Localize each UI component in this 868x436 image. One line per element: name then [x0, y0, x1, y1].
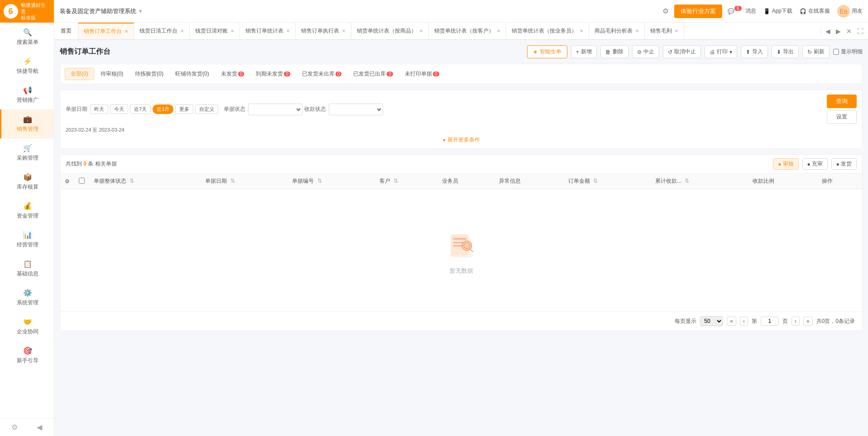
- tab-sales-by-salesperson[interactable]: 销货单统计表（按业务员） ✕: [506, 23, 589, 40]
- import-btn[interactable]: ⬆ 导入: [741, 45, 768, 58]
- subtab-overdue-unshipped[interactable]: 到期未发货0: [250, 68, 296, 80]
- payment-filter-select[interactable]: [329, 104, 383, 115]
- show-detail-label[interactable]: 显示明细: [833, 48, 863, 56]
- col-salesperson[interactable]: 业务员: [437, 174, 494, 189]
- col-cumulative-payment[interactable]: 累计收款... ⇅: [651, 174, 748, 189]
- tab-sales-stats[interactable]: 销售订单统计表 ✕: [240, 23, 296, 40]
- smart-create-btn[interactable]: ★ 智能生单: [527, 45, 567, 58]
- tab-sales-by-customer[interactable]: 销货单统计表（按客户） ✕: [429, 23, 506, 40]
- col-order-date[interactable]: 单据日期 ⇅: [201, 174, 288, 189]
- tab-close-icon[interactable]: ✕: [342, 28, 345, 33]
- sidebar-collapse-btn[interactable]: ◀: [29, 423, 51, 431]
- date-1month-btn[interactable]: 近1月: [153, 104, 173, 114]
- date-custom-btn[interactable]: 自定义: [195, 104, 218, 114]
- sidebar-item-system[interactable]: ⚙️ 系统管理: [0, 283, 54, 312]
- sidebar-item-operations[interactable]: 📊 经营管理: [0, 225, 54, 254]
- date-7days-btn[interactable]: 近7天: [130, 104, 151, 114]
- sidebar-item-guide[interactable]: 🎯 新手引导: [0, 341, 54, 370]
- tab-close-icon[interactable]: ✕: [125, 29, 128, 34]
- sidebar-settings-btn[interactable]: ⚙: [4, 423, 25, 431]
- page-size-select[interactable]: 50 10 20 100: [700, 316, 723, 326]
- tab-cash-daily[interactable]: 钱货日清工作台 ✕: [134, 23, 190, 40]
- page-number-input[interactable]: [761, 317, 779, 326]
- show-detail-checkbox[interactable]: [833, 49, 839, 55]
- first-page-btn[interactable]: «: [727, 317, 736, 326]
- expand-more-btn[interactable]: ▾ 展开更多条件: [66, 136, 857, 144]
- tab-close-icon[interactable]: ✕: [580, 28, 583, 33]
- col-customer[interactable]: 客户 ⇅: [375, 174, 437, 189]
- tab-sales-by-product[interactable]: 销货单统计表（按商品） ✕: [351, 23, 429, 40]
- system-dropdown-icon[interactable]: ▾: [139, 8, 142, 14]
- col-exception-info[interactable]: 异常信息: [494, 174, 564, 189]
- export-btn[interactable]: ⬇ 导出: [772, 45, 799, 58]
- topbar-settings-icon[interactable]: ⚙: [662, 7, 669, 15]
- page-label-end: 页: [782, 318, 788, 325]
- query-btn[interactable]: 查询: [827, 95, 857, 108]
- app-download-btn[interactable]: 📱 App下载: [763, 7, 792, 15]
- tab-close-icon[interactable]: ✕: [497, 28, 500, 33]
- payment-filter-label: 收款状态: [304, 105, 326, 113]
- last-page-btn[interactable]: »: [803, 317, 813, 326]
- tab-close-icon[interactable]: ✕: [675, 28, 678, 33]
- cancel-stop-btn[interactable]: ↺ 取消中止: [663, 45, 701, 58]
- select-all-checkbox[interactable]: [79, 178, 85, 184]
- tab-sales-gross[interactable]: 销售毛利 ✕: [645, 23, 684, 40]
- tab-close-icon[interactable]: ✕: [635, 28, 639, 33]
- sidebar-item-search[interactable]: 🔍 搜索菜单: [0, 23, 54, 52]
- tab-close-icon[interactable]: ✕: [286, 28, 290, 33]
- tab-prev-btn[interactable]: ◀: [824, 27, 832, 36]
- sidebar-item-finance[interactable]: 💰 资金管理: [0, 196, 54, 225]
- col-order-no[interactable]: 单据编号 ⇅: [288, 174, 374, 189]
- audit-btn[interactable]: ● 审核: [773, 158, 798, 170]
- sidebar-item-corp[interactable]: 🤝 企业协同: [0, 312, 54, 341]
- date-more-btn[interactable]: 更多: [175, 104, 193, 114]
- status-filter-select[interactable]: [248, 104, 302, 115]
- next-page-btn[interactable]: ›: [791, 317, 800, 326]
- ship-btn[interactable]: ● 发货: [831, 158, 857, 170]
- delete-btn[interactable]: 🗑 删除: [600, 45, 628, 58]
- subtab-shipped-not-out[interactable]: 已发货未出库0: [297, 68, 347, 80]
- new-btn[interactable]: + 新增: [571, 45, 597, 58]
- print-btn[interactable]: 🖨 打印 ▾: [705, 45, 737, 58]
- trial-btn[interactable]: 体验行业方案: [674, 5, 722, 18]
- subtab-all[interactable]: 全部(0): [65, 68, 94, 80]
- filter-settings-btn[interactable]: 设置: [827, 110, 857, 124]
- unaudit-btn[interactable]: ● 充审: [802, 158, 828, 170]
- col-check[interactable]: [74, 174, 89, 189]
- tab-sales-exec[interactable]: 销售订单执行表 ✕: [296, 23, 351, 40]
- date-yesterday-btn[interactable]: 昨天: [90, 104, 108, 114]
- col-settings[interactable]: ⚙: [60, 174, 74, 189]
- col-order-status[interactable]: 单据整体状态 ⇅: [89, 174, 201, 189]
- tab-close-all-btn[interactable]: ✕: [844, 27, 854, 36]
- tab-cash-reconcile[interactable]: 钱货日清对账 ✕: [190, 23, 240, 40]
- table-scroll[interactable]: ⚙ 单据整体状态 ⇅ 单据日期 ⇅: [60, 174, 862, 311]
- tab-home[interactable]: 首页: [54, 23, 78, 40]
- refresh-btn[interactable]: ↻ 刷新: [802, 45, 830, 58]
- sidebar-item-basic-info[interactable]: 📋 基础信息: [0, 254, 54, 283]
- sidebar-item-quicknav[interactable]: ⚡ 快捷导航: [0, 52, 54, 81]
- user-menu-btn[interactable]: Ea 用友: [837, 5, 863, 18]
- tab-sales-order-workbench[interactable]: 销售订单工作台 ✕: [78, 23, 134, 40]
- prev-page-btn[interactable]: ‹: [740, 317, 748, 326]
- tab-next-btn[interactable]: ▶: [834, 27, 843, 36]
- online-service-btn[interactable]: 🎧 在线客服: [800, 7, 830, 15]
- sidebar-item-purchase[interactable]: 🛒 采购管理: [0, 138, 54, 167]
- sidebar-item-marketing[interactable]: 📢 营销推广: [0, 81, 54, 109]
- subtab-shipped-out[interactable]: 已发货已出库0: [348, 68, 398, 80]
- subtab-pending-review[interactable]: 待审核(0): [95, 68, 129, 80]
- date-today-btn[interactable]: 今天: [110, 104, 128, 114]
- col-order-amount[interactable]: 订单金额 ⇅: [564, 174, 651, 189]
- subtab-unprinted[interactable]: 未打印单据0: [399, 68, 445, 80]
- tab-gross-margin[interactable]: 商品毛利分析表 ✕: [589, 23, 645, 40]
- subtab-wangpu-ship[interactable]: 旺铺待发货(0): [170, 68, 215, 80]
- message-btn[interactable]: 💬 6 消息: [728, 7, 756, 15]
- subtab-pending-inspect[interactable]: 待拣验货(0): [129, 68, 169, 80]
- sidebar-item-sales[interactable]: 💼 销售管理: [0, 109, 54, 138]
- tab-close-icon[interactable]: ✕: [419, 28, 423, 33]
- tab-close-icon[interactable]: ✕: [180, 28, 184, 33]
- subtab-unshipped[interactable]: 未发货0: [216, 68, 250, 80]
- tab-close-icon[interactable]: ✕: [230, 28, 234, 33]
- tab-fullscreen-btn[interactable]: ⛶: [855, 27, 865, 36]
- stop-btn[interactable]: ⊘ 中止: [632, 45, 659, 58]
- sidebar-item-inventory[interactable]: 📦 库存核算: [0, 167, 54, 196]
